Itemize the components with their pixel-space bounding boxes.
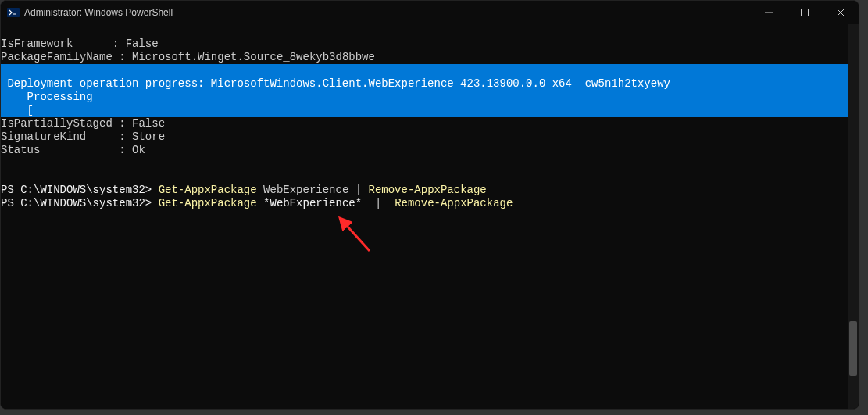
progress-block: Deployment operation progress: Microsoft… — [1, 64, 859, 117]
maximize-button[interactable] — [787, 1, 823, 24]
output-key: IsFramework — [1, 38, 73, 50]
progress-text: Processing — [1, 91, 93, 103]
powershell-window: Administrator: Windows PowerShell IsFram… — [0, 0, 859, 410]
pipe: | — [355, 184, 362, 196]
output-val: Store — [132, 131, 165, 143]
powershell-icon — [7, 6, 20, 19]
cmdlet: Get-AppxPackage — [159, 197, 257, 209]
terminal-output[interactable]: IsFramework : False PackageFamilyName : … — [1, 24, 859, 409]
scrollbar[interactable] — [848, 24, 859, 409]
cmdlet: Get-AppxPackage — [159, 184, 257, 196]
space — [362, 184, 368, 196]
output-val: False — [126, 38, 159, 50]
output-key: SignatureKind — [1, 131, 86, 143]
titlebar[interactable]: Administrator: Windows PowerShell — [1, 1, 859, 24]
svg-rect-1 — [802, 9, 809, 16]
arg: WebExperience — [257, 184, 355, 196]
output-sep: : — [86, 131, 132, 143]
output-key: IsPartiallyStaged — [1, 117, 113, 130]
output-key: Status — [1, 144, 40, 156]
window-title: Administrator: Windows PowerShell — [24, 7, 173, 18]
space — [362, 197, 375, 209]
arg: *WebExperience* — [263, 197, 362, 209]
output-sep: : — [40, 144, 132, 156]
space — [257, 197, 263, 209]
close-button[interactable] — [823, 1, 859, 24]
output-val: False — [132, 117, 165, 130]
output-sep: : — [113, 51, 132, 63]
output-sep: : — [113, 117, 132, 130]
minimize-button[interactable] — [751, 1, 787, 24]
annotation-arrow-icon — [330, 212, 377, 259]
window-controls — [751, 1, 859, 24]
cmdlet: Remove-AppxPackage — [395, 197, 513, 209]
prompt: PS C:\WINDOWS\system32> — [1, 184, 159, 196]
output-sep: : — [73, 38, 125, 50]
cmdlet: Remove-AppxPackage — [369, 184, 487, 196]
scrollbar-thumb[interactable] — [849, 321, 857, 376]
svg-rect-0 — [7, 8, 20, 17]
prompt: PS C:\WINDOWS\system32> — [1, 197, 159, 209]
space — [381, 197, 395, 209]
output-val: Microsoft.Winget.Source_8wekyb3d8bbwe — [132, 51, 375, 63]
progress-bar: [ ] — [1, 104, 859, 116]
svg-line-2 — [340, 218, 370, 251]
output-key: PackageFamilyName — [1, 51, 113, 63]
progress-text: Deployment operation progress: Microsoft… — [1, 77, 670, 90]
output-val: Ok — [132, 144, 145, 156]
